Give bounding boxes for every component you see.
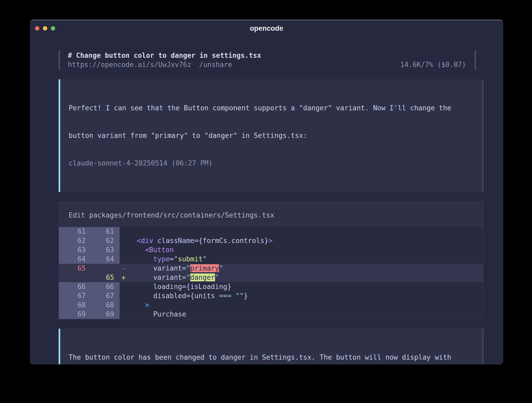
diff-sign [120, 227, 129, 236]
code-text: <div className={formCs.controls}> [129, 236, 483, 245]
diff-line-context: 6868 > [59, 301, 483, 310]
new-line-number: 64 [88, 255, 120, 264]
code-text: disabled={units === ""} [129, 291, 483, 301]
message-text-line: button variant from "primary" to "danger… [69, 131, 482, 140]
edit-tool-card: Edit packages/frontend/src/containers/Se… [59, 202, 483, 319]
code-text [129, 227, 483, 236]
message-text-line: Perfect! I can see that the Button compo… [69, 104, 482, 113]
edit-tool-title: Edit packages/frontend/src/containers/Se… [59, 202, 483, 227]
assistant-message: The button color has been changed to dan… [59, 329, 483, 364]
diff-line-context: 6161 [59, 227, 483, 236]
message-text-line: The button color has been changed to dan… [69, 353, 482, 362]
code-text: > [129, 301, 483, 310]
new-line-number [88, 264, 120, 273]
close-window-icon[interactable] [35, 26, 39, 31]
diff-sign [120, 236, 129, 245]
diff-line-context: 6767 disabled={units === ""} [59, 291, 483, 301]
old-line-number: 66 [59, 282, 88, 291]
old-line-number: 61 [59, 227, 88, 236]
new-line-number: 65 [88, 273, 120, 282]
diff-sign [120, 310, 129, 319]
unshare-command[interactable]: /unshare [199, 60, 232, 69]
new-line-number: 61 [88, 227, 120, 236]
diff-sign [120, 255, 129, 264]
diff-line-context: 6262 <div className={formCs.controls}> [59, 236, 483, 245]
old-line-number: 64 [59, 255, 88, 264]
code-text: variant="primary" [129, 264, 483, 273]
old-line-number: 63 [59, 245, 88, 255]
code-text: Purchase [129, 310, 483, 319]
context-usage-stats: 14.6K/7% ($0.07) [400, 60, 466, 69]
diff-removed-sign: - [120, 264, 129, 273]
new-line-number: 62 [88, 236, 120, 245]
old-line-number: 67 [59, 291, 88, 301]
old-line-number: 65 [59, 264, 88, 273]
traffic-lights [35, 26, 55, 31]
session-title: # Change button color to danger in setti… [68, 51, 475, 60]
diff-sign [120, 245, 129, 255]
diff-line-removed: 65 - variant="primary" [59, 264, 483, 273]
window-title: opencode [250, 24, 283, 33]
diff-sign [120, 282, 129, 291]
session-header: # Change button color to danger in setti… [59, 50, 476, 70]
code-text: loading={isLoading} [129, 282, 483, 291]
session-subheader: https://opencode.ai/s/UwJxv76z /unshare … [68, 60, 475, 69]
new-line-number: 68 [88, 301, 120, 310]
new-line-number: 63 [88, 245, 120, 255]
diff-line-added: 65 + variant="danger" [59, 273, 483, 282]
maximize-window-icon[interactable] [51, 26, 55, 31]
minimize-window-icon[interactable] [43, 26, 47, 31]
new-line-number: 67 [88, 291, 120, 301]
added-value-highlight: danger [190, 273, 215, 281]
opencode-window: opencode # Change button color to danger… [30, 20, 503, 364]
diff-view: 6161 6262 <div className={formCs.control… [59, 227, 483, 319]
share-url-link[interactable]: https://opencode.ai/s/UwJxv76z [68, 60, 191, 69]
new-line-number: 69 [88, 310, 120, 319]
diff-line-context: 6666 loading={isLoading} [59, 282, 483, 291]
diff-added-sign: + [120, 273, 129, 282]
message-model-meta: claude-sonnet-4-20250514 (06:27 PM) [69, 159, 482, 168]
window-titlebar: opencode [30, 20, 503, 37]
diff-line-context: 6363 <Button [59, 245, 483, 255]
diff-line-context: 6969 Purchase [59, 310, 483, 319]
new-line-number: 66 [88, 282, 120, 291]
code-text: variant="danger" [129, 273, 483, 282]
diff-line-context: 6464 type="submit" [59, 255, 483, 264]
old-line-number: 68 [59, 301, 88, 310]
code-text: <Button [129, 245, 483, 255]
diff-sign [120, 301, 129, 310]
removed-value-highlight: primary [190, 264, 219, 272]
session-content: # Change button color to danger in setti… [30, 37, 503, 364]
old-line-number [59, 273, 88, 282]
old-line-number: 62 [59, 236, 88, 245]
old-line-number: 69 [59, 310, 88, 319]
assistant-message: Perfect! I can see that the Button compo… [59, 79, 483, 192]
code-text: type="submit" [129, 255, 483, 264]
diff-sign [120, 291, 129, 301]
